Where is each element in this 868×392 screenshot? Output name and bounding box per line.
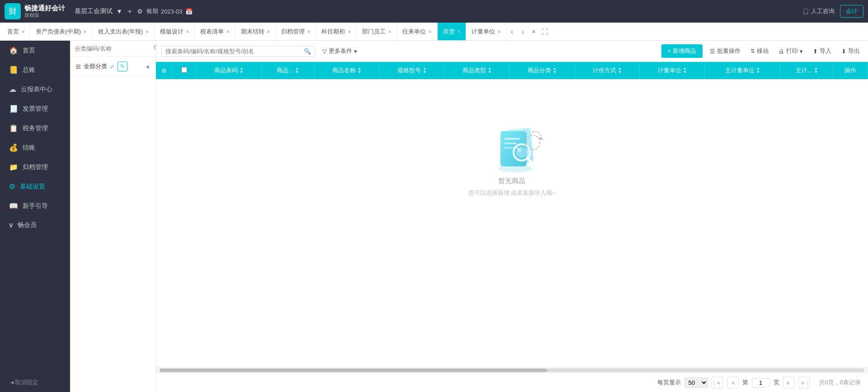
dropdown-icon[interactable]: ▼: [116, 8, 123, 15]
import-label: 导入: [820, 47, 831, 55]
th-main-calc[interactable]: 主计...▲▼: [780, 62, 833, 79]
th-code[interactable]: 商品...▲▼: [261, 62, 314, 79]
next-page-btn[interactable]: ►: [783, 377, 795, 388]
per-page-select[interactable]: 50 100 200: [684, 378, 708, 388]
sidebar-label-guide: 新手引导: [23, 202, 48, 210]
company-name[interactable]: 基层工会测试: [75, 7, 113, 15]
sidebar-item-ledger[interactable]: 📒 总账: [0, 60, 70, 80]
th-main-unit[interactable]: 主计量单位▲▼: [705, 62, 780, 79]
tab-收入支出表[interactable]: 收入支出表(年报) ×: [93, 23, 155, 41]
th-unit[interactable]: 计量单位▲▼: [640, 62, 705, 79]
sidebar-item-vip[interactable]: V 畅会员: [0, 216, 70, 235]
tab-next-btn[interactable]: ›: [518, 23, 528, 41]
tab-close-all-btn[interactable]: ×: [528, 23, 539, 41]
horizontal-scroll[interactable]: [156, 367, 868, 373]
tab-存货[interactable]: 存货 ×: [438, 23, 466, 41]
product-table: ⚙ 商品条码▲▼ 商品...▲▼ 商品名称▲▼: [156, 62, 868, 233]
settings-icon: ⚙: [9, 182, 15, 191]
search-input[interactable]: [165, 48, 301, 55]
sidebar-item-reports[interactable]: ☁ 云报表中心: [0, 80, 70, 99]
tab-税表清单[interactable]: 税表清单 ×: [195, 23, 235, 41]
tab-close[interactable]: ×: [267, 29, 270, 34]
category-check-icon: ✓: [110, 63, 115, 70]
th-settings[interactable]: ⚙: [156, 62, 172, 79]
tab-close-首页[interactable]: ×: [22, 29, 24, 34]
category-edit-btn[interactable]: ✎: [118, 61, 127, 71]
tax-icon: 📋: [9, 124, 18, 132]
tab-label: 归档管理: [281, 28, 305, 36]
tab-close[interactable]: ×: [307, 29, 310, 34]
th-checkbox[interactable]: [172, 62, 196, 79]
tab-close[interactable]: ×: [429, 29, 431, 34]
home-icon: 🏠: [9, 46, 18, 55]
tab-label: 税表清单: [200, 28, 224, 36]
service-btn[interactable]: 🎧 人工咨询: [802, 7, 835, 15]
export-btn[interactable]: ⬇ 导出: [839, 45, 863, 57]
select-all-checkbox[interactable]: [181, 67, 187, 73]
print-arrow: ▾: [800, 48, 803, 55]
kuaiji-button[interactable]: 会计: [840, 5, 863, 18]
tab-close[interactable]: ×: [226, 29, 229, 34]
add-product-btn[interactable]: + 新增商品: [661, 44, 703, 58]
th-spec[interactable]: 规格型号▲▼: [379, 62, 444, 79]
tab-close-存货[interactable]: ×: [458, 29, 460, 34]
sidebar-item-guide[interactable]: 📖 新手引导: [0, 196, 70, 216]
main-layout: 🏠 首页 📒 总账 ☁ 云报表中心 🧾 发票管理 📋 税务管理 💰 结账 📁 归…: [0, 41, 868, 392]
tab-close[interactable]: ×: [146, 29, 148, 34]
batch-op-btn[interactable]: ☰ 批量操作: [707, 45, 743, 57]
tab-资产负债表[interactable]: 资产负债表(中期) ×: [30, 23, 92, 41]
batch-icon: ☰: [710, 48, 715, 55]
page-number-input[interactable]: [752, 378, 770, 387]
tab-close[interactable]: ×: [498, 29, 500, 34]
print-btn[interactable]: 🖨 打印 ▾: [776, 45, 806, 57]
tab-close[interactable]: ×: [348, 29, 350, 34]
th-type[interactable]: 商品类型▲▼: [444, 62, 509, 79]
period-value[interactable]: 2023-03: [161, 8, 183, 15]
tab-科目期初[interactable]: 科目期初 ×: [316, 23, 356, 41]
last-page-btn[interactable]: ►|: [798, 377, 810, 388]
tab-close[interactable]: ×: [388, 29, 391, 34]
prev-page-btn[interactable]: ◄: [727, 377, 739, 388]
settings-icon[interactable]: ⚙: [137, 8, 143, 15]
cancel-fixed-btn[interactable]: ◄取消固定: [0, 373, 70, 392]
sidebar-item-archive[interactable]: 📁 归档管理: [0, 157, 70, 177]
pagination-bar: 每页显示 50 100 200 |◄ ◄ 第 页 ► ►| 共0页，0条记录: [156, 373, 868, 392]
collapse-icon[interactable]: ◄: [144, 63, 150, 70]
move-btn[interactable]: ⇅ 移动: [748, 45, 771, 57]
th-name[interactable]: 商品名称▲▼: [314, 62, 379, 79]
tab-归档管理[interactable]: 归档管理 ×: [276, 23, 316, 41]
all-category-item[interactable]: ⊞ 全部分类 ✓ ✎ ◄: [70, 57, 156, 76]
sidebar-item-home[interactable]: 🏠 首页: [0, 41, 70, 60]
category-search-input[interactable]: [75, 45, 151, 52]
tab-expand-btn[interactable]: ⛶: [539, 23, 550, 41]
more-filter-btn[interactable]: ▽ 更多条件 ▾: [319, 45, 361, 57]
sidebar-item-settings[interactable]: ⚙ 基础设置: [0, 177, 70, 196]
search-icon[interactable]: 🔍: [304, 48, 311, 55]
sidebar-item-tax[interactable]: 📋 税务管理: [0, 118, 70, 138]
sidebar-label-archive: 归档管理: [23, 163, 48, 171]
calendar-icon[interactable]: 📅: [185, 8, 193, 15]
first-page-btn[interactable]: |◄: [712, 377, 723, 388]
app-name: 畅捷通好会计: [24, 4, 65, 12]
tab-期末结转[interactable]: 期末结转 ×: [236, 23, 276, 41]
tab-首页[interactable]: 首页 ×: [2, 23, 30, 41]
tab-计量单位[interactable]: 计量单位 ×: [466, 23, 506, 41]
th-barcode[interactable]: 商品条码▲▼: [196, 62, 261, 79]
tab-close[interactable]: ×: [84, 29, 86, 34]
th-category[interactable]: 商品分类▲▼: [509, 62, 575, 79]
add-tab-btn[interactable]: ＋: [126, 7, 133, 16]
sidebar-item-invoice[interactable]: 🧾 发票管理: [0, 99, 70, 118]
tab-部门员工[interactable]: 部门员工 ×: [357, 23, 397, 41]
tab-prev-btn[interactable]: ‹: [507, 23, 518, 41]
empty-svg: [485, 115, 548, 179]
category-search-area: 🔍: [70, 41, 156, 57]
grid-icon: ⊞: [75, 63, 81, 70]
sidebar-item-close[interactable]: 💰 结账: [0, 138, 70, 157]
import-icon: ⬆: [813, 48, 818, 55]
import-btn[interactable]: ⬆ 导入: [810, 45, 834, 57]
tab-模版设计[interactable]: 模版设计 ×: [155, 23, 195, 41]
company-area: 基层工会测试 ▼ ＋ ⚙ 账期 2023-03 📅: [75, 7, 802, 16]
tab-close[interactable]: ×: [186, 29, 189, 34]
tab-往来单位[interactable]: 往来单位 ×: [397, 23, 437, 41]
th-price-method[interactable]: 计价方式▲▼: [575, 62, 640, 79]
